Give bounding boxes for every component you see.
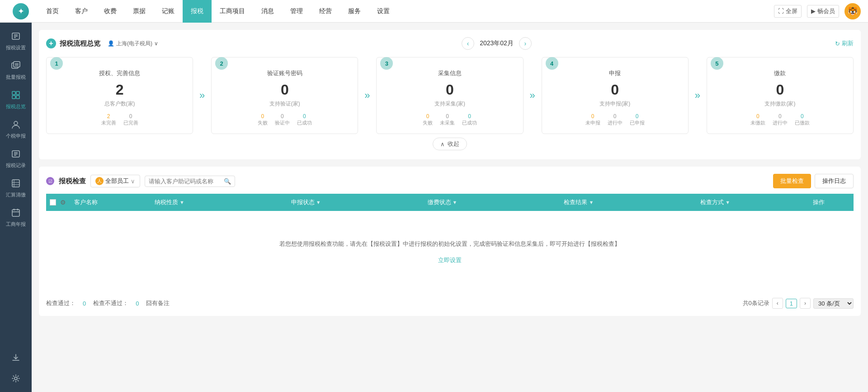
nav-fee[interactable]: 收费 — [96, 0, 125, 23]
next-page-button[interactable]: › — [800, 298, 811, 309]
step-5-val-2[interactable]: 0 — [801, 113, 804, 120]
sidebar-item-settings[interactable] — [0, 368, 31, 388]
prev-page-button[interactable]: ‹ — [772, 298, 783, 309]
step-4-stat-2: 0 已申报 — [630, 113, 645, 126]
collapse-button[interactable]: ∧ 收起 — [433, 138, 467, 150]
step-2-label-1: 验证中 — [275, 120, 290, 126]
step-5-stat-1: 0 进行中 — [773, 113, 788, 126]
table-col-checkbox: ⚙ — [46, 194, 71, 211]
step-4-num: 4 — [546, 57, 558, 70]
tax-check-card: ☑ 报税检查 人 全部员工 ∨ 🔍 批量检查 操作日志 — [39, 167, 861, 316]
col-filter-result[interactable]: 检查结果 ▼ — [564, 198, 594, 206]
table-header-row: ⚙ 客户名称 纳税性质 ▼ — [46, 194, 854, 211]
collapse-row: ∧ 收起 — [46, 134, 854, 152]
operation-log-button[interactable]: 操作日志 — [815, 174, 854, 188]
nav-business[interactable]: 工商项目 — [212, 0, 253, 23]
collapse-up-icon: ∧ — [440, 141, 445, 148]
month-display: 2023年02月 — [480, 39, 514, 48]
sidebar-item-settlement[interactable]: 汇算清缴 — [0, 173, 31, 202]
step-2-count: 0 — [217, 81, 352, 98]
settlement-label: 汇算清缴 — [6, 191, 26, 198]
svg-rect-11 — [16, 96, 19, 99]
fullscreen-button[interactable]: ⛶ 全屏 — [774, 5, 802, 18]
col-filter-pay[interactable]: 缴费状态 ▼ — [428, 198, 458, 206]
settlement-icon — [9, 177, 22, 190]
fullscreen-label: 全屏 — [786, 7, 797, 15]
logo-icon: ✦ — [13, 3, 29, 19]
next-month-button[interactable]: › — [519, 37, 532, 50]
per-page-select[interactable]: 30 条/页50 条/页100 条/页 — [813, 298, 854, 309]
member-button[interactable]: ▶ 畅会员 — [807, 5, 839, 18]
table-col-declare-status: 申报状态 ▼ — [238, 194, 374, 211]
step-2-desc: 支持验证(家) — [217, 100, 352, 108]
process-title: 报税流程总览 — [60, 39, 100, 48]
sidebar-item-annual-report[interactable]: 工商年报 — [0, 203, 31, 231]
check-pass-count[interactable]: 0 — [83, 300, 86, 307]
prev-month-button[interactable]: ‹ — [462, 37, 474, 50]
refresh-button[interactable]: ↻ 刷新 — [835, 39, 854, 48]
content-area: + 报税流程总览 👤 上海(电子税局) ∨ ‹ 2023年02月 › ↻ 刷新 — [32, 23, 868, 392]
tax-record-label: 报税记录 — [6, 162, 26, 169]
col-filter-method[interactable]: 检查方式 ▼ — [700, 198, 730, 206]
sidebar-item-tax-settings[interactable]: 报税设置 — [0, 26, 31, 55]
step-4-val-0[interactable]: 0 — [591, 113, 594, 120]
col-filter-declare[interactable]: 申报状态 ▼ — [291, 198, 321, 206]
nav-customer[interactable]: 客户 — [67, 0, 96, 23]
step-2-val-2[interactable]: 0 — [303, 113, 306, 120]
sidebar-item-individual-tax[interactable]: 个税申报 — [0, 115, 31, 143]
nav-manage[interactable]: 管理 — [282, 0, 311, 23]
svg-rect-5 — [14, 62, 20, 67]
location-person-icon: 👤 — [108, 40, 114, 47]
sidebar: 报税设置 批量报税 报税总览 — [0, 23, 32, 392]
step-2-val-1: 0 — [281, 113, 284, 120]
step-4-label-2: 已申报 — [630, 120, 645, 126]
employee-filter-select[interactable]: 人 全部员工 ∨ — [90, 175, 140, 187]
nav-invoice[interactable]: 票据 — [125, 0, 154, 23]
nav-settings[interactable]: 设置 — [369, 0, 398, 23]
step-3-label-1: 未采集 — [440, 120, 455, 126]
nav-service[interactable]: 服务 — [340, 0, 369, 23]
nav-accounting[interactable]: 记账 — [154, 0, 183, 23]
logo-area[interactable]: ✦ — [7, 3, 34, 19]
search-wrap: 🔍 — [145, 176, 235, 187]
step-3-val-2[interactable]: 0 — [468, 113, 471, 120]
svg-point-25 — [14, 377, 17, 380]
batch-check-button[interactable]: 批量检查 — [773, 174, 811, 188]
nav-message[interactable]: 消息 — [253, 0, 282, 23]
col-filter-tax-type[interactable]: 纳税性质 ▼ — [155, 198, 184, 206]
search-icon[interactable]: 🔍 — [224, 178, 231, 185]
setup-link[interactable]: 立即设置 — [438, 257, 462, 263]
search-input[interactable] — [149, 178, 221, 185]
check-fail-count[interactable]: 0 — [136, 300, 139, 307]
col-filter-name[interactable]: 客户名称 — [74, 198, 98, 206]
nav-operation[interactable]: 经营 — [311, 0, 340, 23]
sidebar-item-batch-tax[interactable]: 批量报税 — [0, 56, 31, 84]
step-1-num: 1 — [50, 57, 63, 70]
sidebar-item-tax-overview[interactable]: 报税总览 — [0, 85, 31, 114]
tax-check-header: ☑ 报税检查 人 全部员工 ∨ 🔍 批量检查 操作日志 — [46, 174, 854, 188]
mascot-avatar[interactable]: 🐯 — [844, 3, 861, 19]
step-2-title: 验证账号密码 — [217, 69, 352, 77]
table-empty-cell: 若您想使用报税检查功能，请先在【报税设置】中进行报税的初始化设置，完成密码验证和… — [46, 211, 854, 293]
step-1-val-0[interactable]: 2 — [107, 113, 110, 120]
step-2-val-0[interactable]: 0 — [261, 113, 264, 120]
header-checkbox[interactable] — [50, 199, 56, 206]
nav-tax[interactable]: 报税 — [183, 0, 212, 23]
step-4-stat-1: 0 进行中 — [608, 113, 623, 126]
empty-text: 若您想使用报税检查功能，请先在【报税设置】中进行报税的初始化设置，完成密码验证和… — [55, 238, 844, 250]
filter-icon-4: ▼ — [589, 200, 594, 205]
step-1-count: 2 — [52, 81, 187, 98]
step-4-label-1: 进行中 — [608, 120, 623, 126]
step-payment: 5 缴款 0 支持缴款(家) 0 未缴款 0 进行中 — [707, 57, 854, 134]
step-4-val-2[interactable]: 0 — [636, 113, 639, 120]
table-footer: 检查通过： 0 检查不通过： 0 囧有备注 共0条记录 ‹ 1 › 30 条/页… — [46, 293, 854, 309]
nav-home[interactable]: 首页 — [38, 0, 67, 23]
step-3-val-0[interactable]: 0 — [426, 113, 429, 120]
gear-icon[interactable]: ⚙ — [59, 198, 67, 206]
step-5-val-0[interactable]: 0 — [756, 113, 760, 120]
step-5-title: 缴款 — [712, 69, 848, 77]
sidebar-item-download[interactable] — [0, 348, 31, 368]
check-pass-label: 检查通过： — [46, 299, 75, 307]
location-badge[interactable]: 👤 上海(电子税局) ∨ — [108, 40, 158, 48]
sidebar-item-tax-record[interactable]: 报税记录 — [0, 144, 31, 172]
